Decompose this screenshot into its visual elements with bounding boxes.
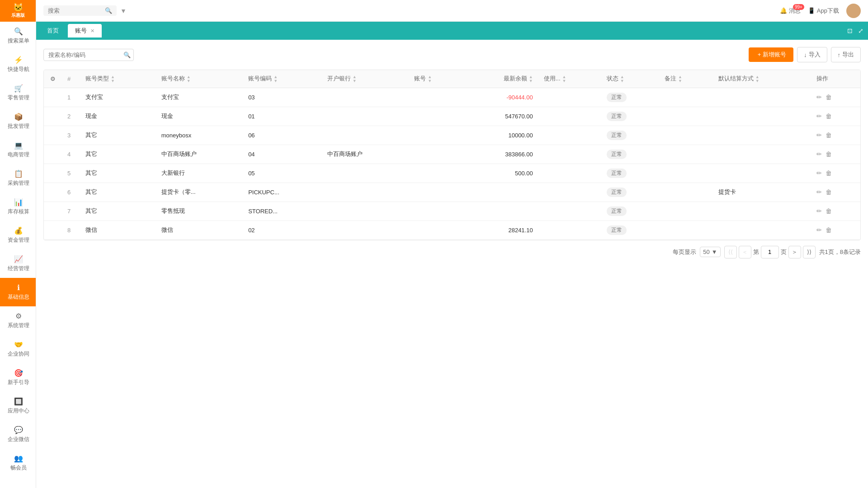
page-input[interactable] <box>761 246 779 258</box>
cell-remark <box>659 107 713 126</box>
finance-icon: 💰 <box>14 226 23 235</box>
tab-account[interactable]: 账号 ✕ <box>68 24 102 38</box>
th-use[interactable]: 使用...▲▼ <box>538 70 601 88</box>
status-badge: 正常 <box>607 112 627 121</box>
cell-name: 大新银行 <box>156 164 243 183</box>
cell-balance: -90444.00 <box>462 88 538 107</box>
sidebar-item-enterprise[interactable]: 🤝 企业协同 <box>0 335 36 363</box>
cell-action: ✏ 🗑 <box>811 145 860 164</box>
page-size-select[interactable]: 50 ▼ <box>700 247 720 257</box>
sidebar-item-label: 库存核算 <box>8 208 29 216</box>
cell-remark <box>659 145 713 164</box>
edit-button[interactable]: ✏ <box>816 150 822 158</box>
sidebar-item-search[interactable]: 🔍 搜索菜单 <box>0 22 36 50</box>
delete-button[interactable]: 🗑 <box>826 188 832 196</box>
page-unit-label: 页 <box>781 248 787 256</box>
page-nav: ⟨⟨ ＜ 第 页 ＞ ⟩⟩ <box>724 246 816 258</box>
cell-code: 01 <box>243 107 322 126</box>
th-bank[interactable]: 开户银行▲▼ <box>322 70 409 88</box>
page-last-button[interactable]: ⟩⟩ <box>803 246 816 258</box>
th-type[interactable]: 账号类型▲▼ <box>80 70 156 88</box>
cell-num: 3 <box>62 126 80 145</box>
member-icon: 👥 <box>14 454 23 463</box>
operations-icon: 📈 <box>14 255 23 263</box>
page-next-button[interactable]: ＞ <box>788 246 801 258</box>
sidebar-item-system[interactable]: ⚙ 系统管理 <box>0 306 36 335</box>
delete-button[interactable]: 🗑 <box>826 226 832 234</box>
cell-action: ✏ 🗑 <box>811 183 860 202</box>
sidebar-item-label: 资金管理 <box>8 236 29 244</box>
edit-button[interactable]: ✏ <box>816 94 822 101</box>
tab-home[interactable]: 首页 <box>40 24 66 38</box>
dropdown-arrow-icon[interactable]: ▼ <box>120 7 127 14</box>
th-code[interactable]: 账号编码▲▼ <box>243 70 322 88</box>
cell-balance: 500.00 <box>462 164 538 183</box>
add-account-button[interactable]: + 新增账号 <box>749 47 793 62</box>
sidebar-item-label: 采购管理 <box>8 179 29 187</box>
sidebar-item-purchase[interactable]: 📋 采购管理 <box>0 164 36 192</box>
tab-restore-button[interactable]: ⊡ <box>846 26 854 35</box>
sidebar-item-inventory[interactable]: 📊 库存核算 <box>0 192 36 221</box>
cell-settings <box>44 107 62 126</box>
sidebar-item-quicknav[interactable]: ⚡ 快捷导航 <box>0 50 36 79</box>
edit-button[interactable]: ✏ <box>816 226 822 234</box>
delete-button[interactable]: 🗑 <box>826 207 832 215</box>
page-first-button[interactable]: ⟨⟨ <box>724 246 737 258</box>
sidebar-item-operations[interactable]: 📈 经营管理 <box>0 249 36 278</box>
cell-action: ✏ 🗑 <box>811 202 860 221</box>
sidebar-item-appcenter[interactable]: 🔲 应用中心 <box>0 392 36 420</box>
import-button[interactable]: ↓ 导入 <box>797 47 827 62</box>
basic-info-icon: ℹ <box>17 283 20 292</box>
cell-action: ✏ 🗑 <box>811 88 860 107</box>
delete-button[interactable]: 🗑 <box>826 131 832 139</box>
cell-remark <box>659 126 713 145</box>
delete-button[interactable]: 🗑 <box>826 150 832 158</box>
sidebar-item-member[interactable]: 👥 畅会员 <box>0 449 36 477</box>
delete-button[interactable]: 🗑 <box>826 169 832 177</box>
table-row: 7 其它 零售抵现 STORED... 正常 ✏ 🗑 <box>44 202 860 221</box>
sidebar-item-basic-info[interactable]: ℹ 基础信息 <box>0 278 36 306</box>
tab-close-button[interactable]: ✕ <box>90 28 94 34</box>
sidebar-item-retail[interactable]: 🛒 零售管理 <box>0 79 36 107</box>
app-download-button[interactable]: 📱 App下载 <box>808 7 839 15</box>
cell-type: 其它 <box>80 164 156 183</box>
edit-button[interactable]: ✏ <box>816 113 822 120</box>
th-name[interactable]: 账号名称▲▼ <box>156 70 243 88</box>
delete-button[interactable]: 🗑 <box>826 113 832 120</box>
th-balance[interactable]: 最新余额▲▼ <box>462 70 538 88</box>
guide-icon: 🎯 <box>14 369 23 377</box>
search-input[interactable] <box>48 52 121 58</box>
notification-button[interactable]: 🔔 消息 99+ <box>780 7 801 15</box>
cell-code: 02 <box>243 221 322 239</box>
cell-num: 7 <box>62 202 80 221</box>
th-settings[interactable]: ⚙ <box>44 70 62 88</box>
sidebar-item-finance[interactable]: 💰 资金管理 <box>0 221 36 249</box>
th-remark[interactable]: 备注▲▼ <box>659 70 713 88</box>
sidebar-item-guide[interactable]: 🎯 新手引导 <box>0 363 36 392</box>
topbar-search-input[interactable] <box>48 7 102 14</box>
cell-balance: 28241.10 <box>462 221 538 239</box>
edit-button[interactable]: ✏ <box>816 131 822 139</box>
th-default[interactable]: 默认结算方式▲▼ <box>713 70 811 88</box>
topbar-search-wrap[interactable]: 🔍 <box>43 5 117 16</box>
appcenter-icon: 🔲 <box>14 397 23 406</box>
user-avatar[interactable] <box>846 4 861 18</box>
sidebar-item-label: 应用中心 <box>8 407 29 415</box>
status-badge: 正常 <box>607 131 627 140</box>
edit-button[interactable]: ✏ <box>816 188 822 196</box>
edit-button[interactable]: ✏ <box>816 207 822 215</box>
delete-button[interactable]: 🗑 <box>826 94 832 101</box>
search-input-wrap[interactable]: 🔍 <box>43 49 134 61</box>
tab-expand-button[interactable]: ⤢ <box>857 26 864 35</box>
page-prev-button[interactable]: ＜ <box>739 246 751 258</box>
sidebar-item-wholesale[interactable]: 📦 批发管理 <box>0 107 36 136</box>
edit-button[interactable]: ✏ <box>816 169 822 177</box>
sidebar-item-label: 电商管理 <box>8 151 29 159</box>
export-button[interactable]: ↑ 导出 <box>831 47 861 62</box>
toolbar: 🔍 + 新增账号 ↓ 导入 ↑ 导出 <box>43 47 861 62</box>
sidebar-item-wechat-work[interactable]: 💬 企业微信 <box>0 420 36 449</box>
sidebar-item-ecommerce[interactable]: 💻 电商管理 <box>0 136 36 164</box>
th-account[interactable]: 账号▲▼ <box>409 70 462 88</box>
th-status[interactable]: 状态▲▼ <box>601 70 659 88</box>
cell-use <box>538 183 601 202</box>
